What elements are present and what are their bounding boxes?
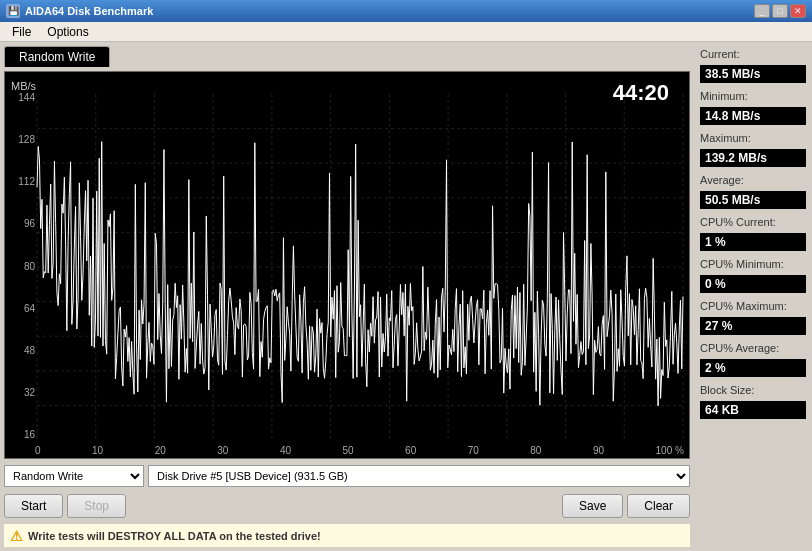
current-label: Current: xyxy=(700,48,806,60)
cpu-maximum-value: 27 % xyxy=(700,317,806,335)
chart-time: 44:20 xyxy=(613,80,669,106)
chart-ylabel: MB/s xyxy=(11,80,36,92)
maximum-label: Maximum: xyxy=(700,132,806,144)
cpu-minimum-label: CPU% Minimum: xyxy=(700,258,806,270)
save-button[interactable]: Save xyxy=(562,494,623,518)
chart-area: MB/s 44:20 144 128 112 96 80 64 48 32 16… xyxy=(4,71,690,459)
cpu-minimum-value: 0 % xyxy=(700,275,806,293)
average-value: 50.5 MB/s xyxy=(700,191,806,209)
maximum-value: 139.2 MB/s xyxy=(700,149,806,167)
minimum-value: 14.8 MB/s xyxy=(700,107,806,125)
menu-options[interactable]: Options xyxy=(39,24,96,40)
warning-text: Write tests will DESTROY ALL DATA on the… xyxy=(28,530,321,542)
blocksize-value: 64 KB xyxy=(700,401,806,419)
warning-icon: ⚠ xyxy=(10,528,23,544)
tab-random-write[interactable]: Random Write xyxy=(4,46,110,67)
mode-dropdown[interactable]: Random Write xyxy=(4,465,144,487)
x-axis-labels: 0 10 20 30 40 50 60 70 80 90 100 % xyxy=(35,445,684,456)
stats-panel: Current: 38.5 MB/s Minimum: 14.8 MB/s Ma… xyxy=(694,42,812,551)
warning-bar: ⚠ Write tests will DESTROY ALL DATA on t… xyxy=(4,523,690,547)
current-value: 38.5 MB/s xyxy=(700,65,806,83)
title-bar: 💾 AIDA64 Disk Benchmark _ □ ✕ xyxy=(0,0,812,22)
y-axis-labels: 144 128 112 96 80 64 48 32 16 xyxy=(7,92,35,440)
cpu-current-label: CPU% Current: xyxy=(700,216,806,228)
average-label: Average: xyxy=(700,174,806,186)
minimize-button[interactable]: _ xyxy=(754,4,770,18)
disk-dropdown[interactable]: Disk Drive #5 [USB Device] (931.5 GB) xyxy=(148,465,690,487)
stop-button[interactable]: Stop xyxy=(67,494,126,518)
app-icon: 💾 xyxy=(6,4,20,18)
menu-file[interactable]: File xyxy=(4,24,39,40)
start-button[interactable]: Start xyxy=(4,494,63,518)
close-button[interactable]: ✕ xyxy=(790,4,806,18)
menu-bar: File Options xyxy=(0,22,812,42)
minimum-label: Minimum: xyxy=(700,90,806,102)
maximize-button[interactable]: □ xyxy=(772,4,788,18)
blocksize-label: Block Size: xyxy=(700,384,806,396)
cpu-current-value: 1 % xyxy=(700,233,806,251)
cpu-average-label: CPU% Average: xyxy=(700,342,806,354)
cpu-average-value: 2 % xyxy=(700,359,806,377)
disk-chart-canvas xyxy=(5,72,690,459)
clear-button[interactable]: Clear xyxy=(627,494,690,518)
cpu-maximum-label: CPU% Maximum: xyxy=(700,300,806,312)
app-title: AIDA64 Disk Benchmark xyxy=(25,5,153,17)
